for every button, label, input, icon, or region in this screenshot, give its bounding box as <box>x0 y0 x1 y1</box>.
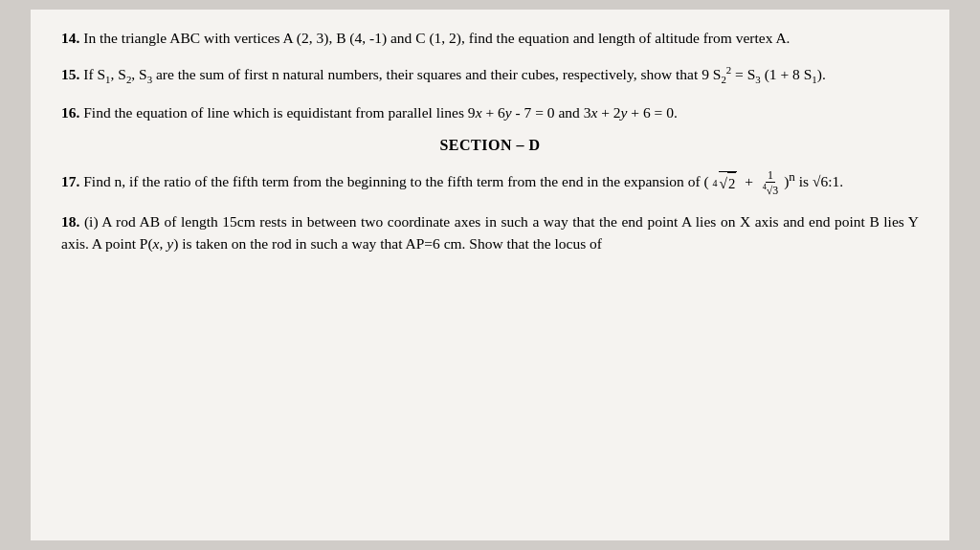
section-d-header: SECTION – D <box>61 137 919 154</box>
problem-17-number: 17. <box>61 173 79 189</box>
sub-s2: 2 <box>126 75 131 86</box>
problem-14-body: In the triangle ABC with vertices A (2, … <box>83 30 790 46</box>
problem-17-body: Find n, if the ratio of the fifth term f… <box>83 173 843 189</box>
problem-18-body: (i) A rod AB of length 15cm rests in bet… <box>61 213 919 252</box>
sub-s3b: 3 <box>755 75 760 86</box>
page: 14. In the triangle ABC with vertices A … <box>31 10 949 540</box>
problem-15: 15. If S1, S2, S3 are the sum of first n… <box>61 62 919 88</box>
sub-s3: 3 <box>147 75 152 86</box>
problem-14-number: 14. <box>61 30 79 46</box>
problem-16: 16. Find the equation of line which is e… <box>61 101 919 123</box>
section-d-label: SECTION – D <box>439 137 540 153</box>
problem-14-text: 14. In the triangle ABC with vertices A … <box>61 30 791 46</box>
problem-18-number: 18. <box>61 213 79 230</box>
problem-14: 14. In the triangle ABC with vertices A … <box>61 27 919 49</box>
sub-s1b: 1 <box>812 75 816 86</box>
sub-s1: 1 <box>105 75 110 86</box>
exponent-n: n <box>789 169 795 184</box>
problem-17: 17. Find n, if the ratio of the fifth te… <box>61 167 919 197</box>
sub-s2b: 2 <box>721 75 725 86</box>
sup-2: 2 <box>726 64 731 76</box>
problem-15-body: If S1, S2, S3 are the sum of first n nat… <box>83 66 826 82</box>
problem-16-number: 16. <box>61 104 79 121</box>
problem-18: 18. (i) A rod AB of length 15cm rests in… <box>61 210 919 255</box>
problem-15-number: 15. <box>61 66 79 82</box>
fraction-denominator: 4√3 <box>761 183 781 197</box>
root-index-4: 4 <box>713 176 718 190</box>
fourth-root-2: 4√2 <box>713 171 738 194</box>
problem-16-body: Find the equation of line which is equid… <box>83 104 678 121</box>
fraction-numerator: 1 <box>766 169 775 183</box>
fraction-1-over-4root3: 1 4√3 <box>761 169 781 197</box>
